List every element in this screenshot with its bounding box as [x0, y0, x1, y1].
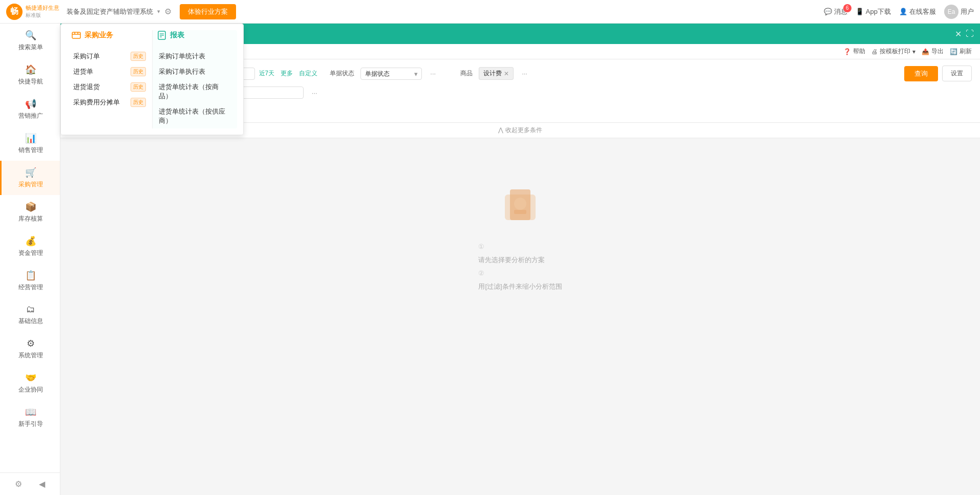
- marketing-icon: 📢: [25, 98, 36, 110]
- print-button[interactable]: 🖨 按模板打印 ▾: [871, 47, 915, 56]
- help-button[interactable]: ❓ 帮助: [843, 47, 865, 56]
- logo-area: 畅 畅捷通好生意 标准版: [6, 4, 67, 20]
- sidebar-item-basic-info[interactable]: 🗂 基础信息: [0, 298, 60, 332]
- sidebar-item-marketing[interactable]: 📢 营销推广: [0, 92, 60, 126]
- receipt-by-goods-label: 进货单统计表（按商品）: [159, 82, 231, 101]
- tab-bar-actions: ✕ ⛶: [955, 29, 980, 39]
- dropdown-overlay: 采购业务 采购订单 历史 进货单 历史 进货退货 历史 采购费用分摊单 历史: [60, 24, 244, 135]
- order-stats-label: 采购订单统计表: [159, 52, 205, 61]
- home-icon: 🏠: [25, 64, 36, 75]
- sidebar-item-system[interactable]: ⚙ 系统管理: [0, 332, 60, 366]
- message-button[interactable]: 💬 消息 6: [824, 7, 847, 16]
- empty-tips: ① 请先选择要分析的方案 ② 用[过滤]条件来缩小分析范围: [478, 240, 562, 293]
- sidebar-label-newbie: 新手引导: [18, 420, 43, 428]
- menu-item-purchase-return[interactable]: 进货退货 历史: [71, 79, 148, 95]
- sidebar-item-purchase[interactable]: 🛒 采购管理: [0, 161, 60, 195]
- purchase-business-col: 采购业务 采购订单 历史 进货单 历史 进货退货 历史 采购费用分摊单 历史: [67, 30, 152, 128]
- sidebar-label-quick-nav: 快捷导航: [18, 77, 43, 86]
- tip1-text: 请先选择要分析的方案: [478, 253, 562, 267]
- history-badge-1: 历史: [131, 52, 146, 61]
- voucher-status-select[interactable]: 单据状态: [360, 68, 422, 80]
- app-download-button[interactable]: 📱 App下载: [856, 7, 891, 16]
- logo-sub: 标准版: [26, 12, 59, 19]
- online-service-button[interactable]: 👤 在线客服: [899, 7, 936, 16]
- purchase-header-icon: [71, 30, 81, 40]
- menu-item-receipt-by-goods[interactable]: 进货单统计表（按商品）: [157, 79, 233, 104]
- menu-item-receipt-by-supplier[interactable]: 进货单统计表（按供应商）: [157, 104, 233, 128]
- sidebar-item-quick-nav[interactable]: 🏠 快捷导航: [0, 58, 60, 92]
- history-badge-2: 历史: [131, 67, 146, 76]
- sidebar-collapse-icon[interactable]: ◀: [39, 479, 45, 489]
- help-label: 帮助: [853, 47, 865, 56]
- sidebar-item-inventory[interactable]: 📦 库存核算: [0, 195, 60, 229]
- ellipsis-1: ···: [430, 70, 436, 77]
- menu-item-order-stats[interactable]: 采购订单统计表: [157, 49, 233, 64]
- purchase-dropdown-menu: 采购业务 采购订单 历史 进货单 历史 进货退货 历史 采购费用分摊单 历史: [60, 24, 244, 135]
- sidebar-bottom: ⚙ ◀: [0, 472, 60, 495]
- reports-header: 报表: [157, 30, 233, 44]
- setting-button[interactable]: 设置: [942, 66, 972, 81]
- tab-close-window-icon[interactable]: ✕: [955, 29, 962, 39]
- sidebar-label-operations: 经营管理: [18, 283, 43, 292]
- menu-item-purchase-receipt[interactable]: 进货单 历史: [71, 64, 148, 79]
- purchase-business-title: 采购业务: [84, 31, 113, 40]
- svg-point-2: [514, 198, 526, 210]
- app-download-label: App下载: [866, 7, 891, 16]
- operations-icon: 📋: [25, 270, 36, 281]
- empty-tip-1: ① 请先选择要分析的方案: [478, 240, 562, 267]
- menu-item-order-exec[interactable]: 采购订单执行表: [157, 64, 233, 79]
- receipt-by-supplier-label: 进货单统计表（按供应商）: [159, 107, 231, 125]
- tip2-num: ②: [478, 267, 562, 280]
- settings-icon[interactable]: ⚙: [164, 7, 172, 16]
- system-title-text: 装备及固定资产辅助管理系统: [67, 7, 153, 16]
- purchase-icon: 🛒: [25, 167, 36, 178]
- export-icon: 📤: [922, 48, 929, 55]
- goods-tag-close[interactable]: ✕: [504, 70, 509, 77]
- history-badge-4: 历史: [131, 98, 146, 107]
- sidebar-item-finance[interactable]: 💰 资金管理: [0, 229, 60, 264]
- sidebar-item-enterprise[interactable]: 🤝 企业协同: [0, 366, 60, 400]
- sidebar-item-sales[interactable]: 📊 销售管理: [0, 126, 60, 161]
- sales-icon: 📊: [25, 133, 36, 144]
- system-title-area: 装备及固定资产辅助管理系统 ▾ ⚙ 体验行业方案: [67, 4, 824, 19]
- shortcut-7days[interactable]: 近7天: [259, 69, 275, 78]
- refresh-button[interactable]: 🔄 刷新: [950, 47, 972, 56]
- sidebar-item-newbie[interactable]: 📖 新手引导: [0, 400, 60, 435]
- sidebar-item-operations[interactable]: 📋 经营管理: [0, 264, 60, 298]
- ellipsis-2: ···: [522, 70, 527, 77]
- svg-rect-4: [72, 32, 80, 38]
- search-button[interactable]: 查询: [904, 66, 938, 81]
- service-icon: 👤: [899, 8, 907, 15]
- export-button[interactable]: 📤 导出: [922, 47, 944, 56]
- help-icon: ❓: [843, 48, 851, 55]
- inventory-icon: 📦: [25, 201, 36, 212]
- goods-tag-text: 设计费: [483, 69, 502, 78]
- sidebar-settings-icon[interactable]: ⚙: [15, 479, 22, 489]
- svg-rect-3: [514, 210, 526, 214]
- shortcut-more[interactable]: 更多: [281, 69, 293, 78]
- tip2-text: 用[过滤]条件来缩小分析范围: [478, 280, 562, 293]
- refresh-label: 刷新: [960, 47, 972, 56]
- sidebar-item-search[interactable]: 🔍 搜索菜单: [0, 24, 60, 58]
- purchase-business-header: 采购业务: [71, 30, 148, 44]
- user-label: 用户: [961, 7, 974, 16]
- print-dropdown-icon[interactable]: ▾: [912, 48, 915, 55]
- shortcut-custom[interactable]: 自定义: [299, 69, 317, 78]
- trial-button[interactable]: 体验行业方案: [180, 4, 236, 19]
- menu-item-purchase-fee[interactable]: 采购费用分摊单 历史: [71, 95, 148, 110]
- tab-maximize-icon[interactable]: ⛶: [966, 29, 974, 38]
- voucher-status-select-wrap: 单据状态: [360, 68, 422, 80]
- purchase-order-label: 采购订单: [73, 52, 100, 61]
- phone-icon: 📱: [856, 8, 864, 15]
- top-bar: 畅 畅捷通好生意 标准版 装备及固定资产辅助管理系统 ▾ ⚙ 体验行业方案 💬 …: [0, 0, 980, 24]
- message-badge: 6: [843, 4, 851, 12]
- sidebar: 🔍 搜索菜单 🏠 快捷导航 📢 营销推广 📊 销售管理 🛒 采购管理 📦 库存核…: [0, 24, 60, 495]
- top-right-area: 💬 消息 6 📱 App下载 👤 在线客服 Ea 用户: [824, 5, 974, 19]
- basic-info-icon: 🗂: [26, 304, 35, 315]
- print-label: 按模板打印: [880, 47, 910, 56]
- purchase-fee-label: 采购费用分摊单: [73, 98, 120, 107]
- system-icon: ⚙: [27, 338, 35, 349]
- user-area[interactable]: Ea 用户: [944, 5, 974, 19]
- menu-item-purchase-order[interactable]: 采购订单 历史: [71, 49, 148, 64]
- title-dropdown-arrow[interactable]: ▾: [157, 8, 160, 15]
